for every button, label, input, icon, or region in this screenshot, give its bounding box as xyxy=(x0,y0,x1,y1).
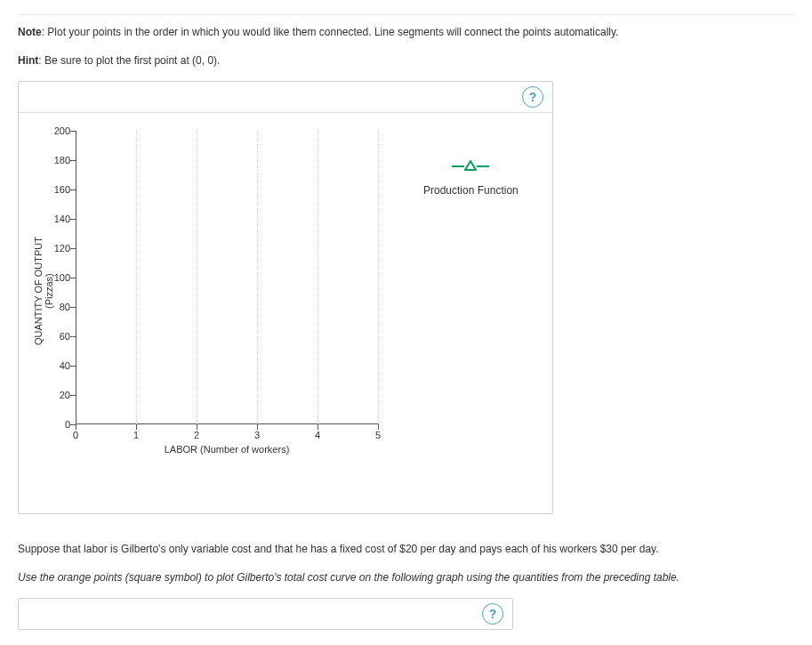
x-tick-label: 1 xyxy=(133,430,139,440)
y-tick xyxy=(70,395,76,396)
chart-panel: ? QUANTITY OF OUTPUT (Pizzas) LABOR (Num… xyxy=(18,81,553,514)
legend-label: Production Function xyxy=(423,184,519,197)
help-button[interactable]: ? xyxy=(522,86,543,108)
y-tick xyxy=(70,307,76,308)
suppose-paragraph: Suppose that labor is Gilberto's only va… xyxy=(18,541,794,557)
legend: Production Function xyxy=(423,157,519,197)
svg-marker-0 xyxy=(465,161,476,170)
x-tick-label: 5 xyxy=(375,430,381,440)
y-tick xyxy=(70,160,76,161)
y-tick xyxy=(70,189,76,190)
x-tick-label: 3 xyxy=(254,430,260,440)
divider xyxy=(18,14,794,15)
legend-line-right xyxy=(477,165,489,167)
y-tick-label: 60 xyxy=(44,331,70,342)
x-tick-label: 4 xyxy=(315,430,320,440)
chart-panel-toolbar: ? xyxy=(19,82,552,113)
gridlines xyxy=(76,131,378,424)
plot[interactable] xyxy=(76,131,378,424)
y-tick xyxy=(70,336,76,337)
legend-line-left xyxy=(452,165,464,167)
chart-panel-2: ? xyxy=(18,598,513,630)
instruction2-text: Use the orange points (square symbol) to… xyxy=(18,571,679,584)
hint-text: : Be sure to plot the first point at (0,… xyxy=(38,54,220,67)
y-tick-label: 80 xyxy=(44,302,70,312)
y-tick-label: 120 xyxy=(44,243,70,254)
hint-prefix: Hint xyxy=(18,54,38,67)
y-tick-label: 180 xyxy=(44,155,70,165)
help-button-2[interactable]: ? xyxy=(482,603,503,625)
y-tick-label: 20 xyxy=(44,390,70,400)
y-tick xyxy=(70,278,76,278)
legend-symbol-production-function[interactable] xyxy=(452,160,489,173)
y-tick-label: 40 xyxy=(44,360,70,371)
plot-container: LABOR (Number of workers) 02040608010012… xyxy=(76,131,378,487)
note-prefix: Note xyxy=(18,26,42,38)
note-text: : Plot your points in the order in which… xyxy=(42,26,619,38)
x-tick-label: 0 xyxy=(73,430,78,440)
y-tick-label: 140 xyxy=(44,214,70,224)
help-icon: ? xyxy=(529,90,537,104)
x-tick-label: 2 xyxy=(194,430,199,440)
x-axis-label: LABOR (Number of workers) xyxy=(76,444,378,455)
suppose-text: Suppose that labor is Gilberto's only va… xyxy=(18,543,659,555)
chart-area[interactable]: QUANTITY OF OUTPUT (Pizzas) LABOR (Numbe… xyxy=(19,113,552,513)
y-tick xyxy=(70,366,76,367)
triangle-icon xyxy=(464,160,477,173)
y-tick-label: 200 xyxy=(44,125,70,136)
y-tick xyxy=(70,248,76,249)
note-paragraph: Note: Plot your points in the order in w… xyxy=(18,24,794,40)
y-tick-label: 160 xyxy=(44,184,70,195)
y-tick xyxy=(70,131,76,132)
instruction2-paragraph: Use the orange points (square symbol) to… xyxy=(18,569,794,585)
y-tick xyxy=(70,219,76,220)
y-tick-label: 0 xyxy=(44,419,70,430)
hint-paragraph: Hint: Be sure to plot the first point at… xyxy=(18,52,794,69)
help-icon: ? xyxy=(489,607,497,621)
y-tick-label: 100 xyxy=(44,272,70,283)
